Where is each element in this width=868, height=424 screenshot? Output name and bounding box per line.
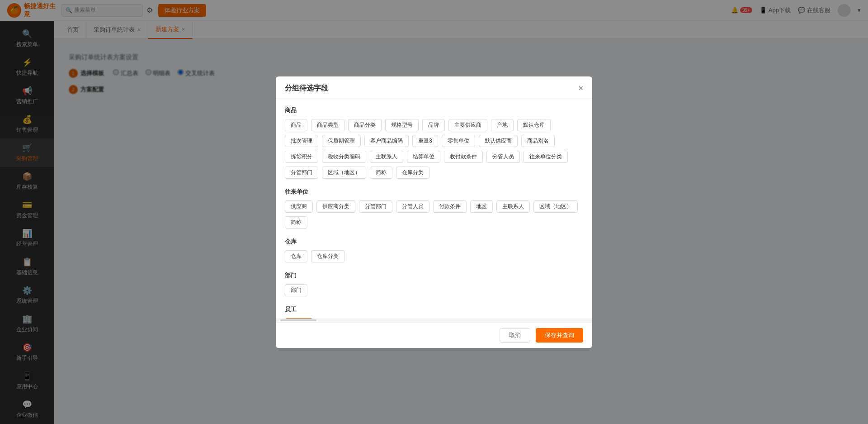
department-fields: 部门 <box>285 284 583 296</box>
field-tag[interactable]: 批次管理 <box>285 135 318 147</box>
field-tag[interactable]: 重量3 <box>412 135 438 147</box>
field-tag[interactable]: 简称 <box>370 167 392 179</box>
field-tag[interactable]: 商品别名 <box>521 135 555 147</box>
cancel-button[interactable]: 取消 <box>500 328 530 343</box>
modal-dialog: 分组待选字段 × 商品 商品 商品类型 商品分类 规格型号 品牌 主要供应商 产… <box>276 76 592 348</box>
field-tag[interactable]: 简称 <box>285 216 307 229</box>
field-tag[interactable]: 默认仓库 <box>517 119 551 131</box>
modal-horizontal-scrollbar[interactable] <box>276 319 592 322</box>
field-tag[interactable]: 付款条件 <box>433 200 467 213</box>
field-tag[interactable]: 地区 <box>470 200 493 213</box>
field-tag[interactable]: 供应商 <box>285 200 313 213</box>
section-department: 部门 部门 <box>285 272 583 296</box>
field-tag[interactable]: 分管部门 <box>359 200 392 213</box>
section-employee: 员工 业务员 <box>285 305 583 319</box>
modal-body: 商品 商品 商品类型 商品分类 规格型号 品牌 主要供应商 产地 默认仓库 批次… <box>276 99 592 319</box>
field-tag[interactable]: 仓库分类 <box>311 250 344 262</box>
field-tag[interactable]: 部门 <box>285 284 307 296</box>
modal-title: 分组待选字段 <box>285 84 328 93</box>
section-product: 商品 商品 商品类型 商品分类 规格型号 品牌 主要供应商 产地 默认仓库 批次… <box>285 106 583 179</box>
modal-header: 分组待选字段 × <box>276 76 592 99</box>
field-tag[interactable]: 主联系人 <box>370 151 403 163</box>
section-partner-title: 往来单位 <box>285 188 583 196</box>
section-product-title: 商品 <box>285 106 583 114</box>
field-tag[interactable]: 商品类型 <box>311 119 344 131</box>
field-tag[interactable]: 商品分类 <box>348 119 382 131</box>
field-tag[interactable]: 产地 <box>491 119 514 131</box>
field-tag[interactable]: 客户商品编码 <box>364 135 409 147</box>
field-tag[interactable]: 零售单位 <box>442 135 475 147</box>
field-tag[interactable]: 区域（地区） <box>322 167 366 179</box>
field-tag[interactable]: 分管部门 <box>285 167 318 179</box>
field-tag[interactable]: 商品 <box>285 119 307 131</box>
modal-overlay: 分组待选字段 × 商品 商品 商品类型 商品分类 规格型号 品牌 主要供应商 产… <box>0 0 868 424</box>
field-tag[interactable]: 分管人员 <box>486 151 520 163</box>
section-employee-title: 员工 <box>285 305 583 314</box>
section-warehouse: 仓库 仓库 仓库分类 <box>285 238 583 262</box>
field-tag[interactable]: 品牌 <box>422 119 445 131</box>
section-department-title: 部门 <box>285 272 583 280</box>
product-fields: 商品 商品类型 商品分类 规格型号 品牌 主要供应商 产地 默认仓库 批次管理 … <box>285 119 583 179</box>
field-tag[interactable]: 税收分类编码 <box>322 151 366 163</box>
confirm-button[interactable]: 保存并查询 <box>536 328 583 343</box>
field-tag[interactable]: 默认供应商 <box>479 135 518 147</box>
warehouse-fields: 仓库 仓库分类 <box>285 250 583 262</box>
section-partner: 往来单位 供应商 供应商分类 分管部门 分管人员 付款条件 地区 主联系人 区域… <box>285 188 583 229</box>
field-tag[interactable]: 往来单位分类 <box>524 151 568 163</box>
field-tag[interactable]: 保质期管理 <box>322 135 361 147</box>
field-tag[interactable]: 收付款条件 <box>444 151 483 163</box>
modal-close-btn[interactable]: × <box>578 84 583 93</box>
partner-fields: 供应商 供应商分类 分管部门 分管人员 付款条件 地区 主联系人 区域（地区） … <box>285 200 583 229</box>
field-tag[interactable]: 拣货积分 <box>285 151 318 163</box>
field-tag[interactable]: 仓库分类 <box>396 167 429 179</box>
field-tag[interactable]: 规格型号 <box>385 119 419 131</box>
field-tag[interactable]: 区域（地区） <box>533 200 578 213</box>
field-tag[interactable]: 分管人员 <box>396 200 429 213</box>
section-warehouse-title: 仓库 <box>285 238 583 246</box>
field-tag[interactable]: 主要供应商 <box>448 119 487 131</box>
field-tag[interactable]: 供应商分类 <box>316 200 355 213</box>
modal-footer: 取消 保存并查询 <box>276 322 592 348</box>
field-tag[interactable]: 主联系人 <box>496 200 530 213</box>
field-tag[interactable]: 仓库 <box>285 250 307 262</box>
field-tag[interactable]: 结算单位 <box>407 151 440 163</box>
